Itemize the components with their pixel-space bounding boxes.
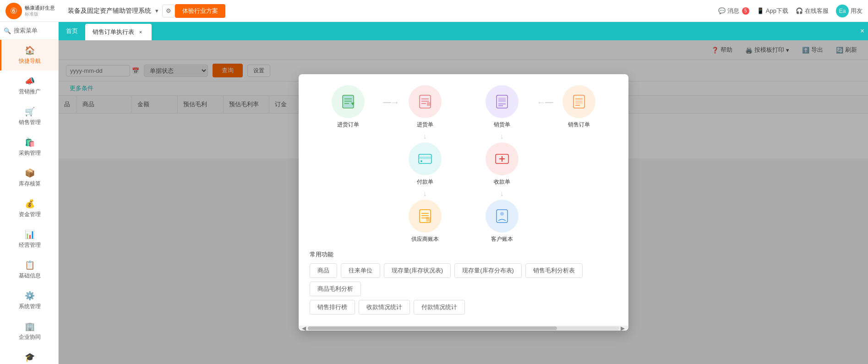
main-area: 🔍 搜索菜单 🏠 快捷导航 📣 营销推广 🛒 销售管理 🛍️ 采购管理 📦	[0, 22, 868, 364]
newbie-icon: 🎓	[25, 352, 35, 362]
down-arrow-4: ↓	[464, 190, 540, 198]
func-btn-goods-profit[interactable]: 商品毛利分析	[310, 282, 361, 296]
operations-icon: 📊	[25, 229, 35, 239]
func-btn-receipt-stats[interactable]: 收款情况统计	[359, 300, 410, 315]
supplier-account-label: 供应商账本	[411, 235, 439, 243]
purchase-icon: 🛍️	[25, 137, 35, 147]
search-icon: 🔍	[4, 27, 11, 34]
finance-icon: 💰	[25, 199, 35, 209]
tab-close-icon[interactable]: ×	[137, 28, 144, 36]
top-bar-right: 💬 消息 5 📱 App下载 🎧 在线客服 Ea 用友	[718, 5, 863, 17]
avatar: Ea	[836, 5, 849, 17]
payment-bill-label: 付款单	[417, 178, 433, 186]
func-btn-goods[interactable]: 商品	[310, 263, 337, 278]
app-download-button[interactable]: 📱 App下载	[757, 7, 788, 15]
online-service-button[interactable]: 🎧 在线客服	[796, 7, 829, 15]
flow-node-sales-order[interactable]: 销售订单	[540, 85, 617, 129]
func-btn-sales-profit[interactable]: 销售毛利分析表	[525, 263, 583, 278]
flow-arrows-down-2: ↓ ↓	[310, 190, 617, 198]
sidebar-item-inventory[interactable]: 📦 库存核算	[0, 163, 58, 193]
svg-rect-5	[420, 95, 431, 108]
system-title: 装备及固定资产辅助管理系统	[68, 7, 151, 15]
page-content: ❓ 帮助 🖨️ 按模板打印 ▾ ⬆️ 导出 �	[59, 40, 868, 364]
customer-account-label: 客户账本	[491, 235, 513, 243]
dropdown-icon[interactable]: ▾	[151, 5, 162, 16]
svg-point-20	[420, 160, 422, 162]
func-buttons-row1: 商品 往来单位 现存量(库存状况表) 现存量(库存分布表) 销售毛利分析表 商品…	[310, 263, 617, 296]
sales-icon: 🛒	[25, 107, 35, 117]
flow-node-sales-bill[interactable]: 销货单	[464, 85, 540, 129]
flow-node-customer-account[interactable]: 客户账本	[464, 200, 540, 243]
logo-area: ⑥ 畅康通好生意 标准版	[5, 3, 64, 19]
sales-order-circle	[562, 85, 595, 118]
top-bar: ⑥ 畅康通好生意 标准版 装备及固定资产辅助管理系统 ▾ ⚙ 体验行业方案 💬 …	[0, 0, 868, 22]
inventory-icon: 📦	[25, 168, 35, 178]
customer-account-circle	[486, 200, 519, 233]
flow-node-receipt-bill[interactable]: 收款单	[464, 142, 540, 186]
scrollbar-thumb[interactable]	[308, 326, 557, 330]
flow-node-payment-bill[interactable]: 付款单	[387, 142, 464, 186]
receipt-bill-label: 收款单	[494, 178, 510, 186]
flow-node-purchase-bill[interactable]: 进货单	[387, 85, 464, 129]
tab-bar-close-icon[interactable]: ×	[860, 27, 864, 35]
sidebar-item-quick-guide[interactable]: 🏠 快捷导航	[0, 40, 58, 71]
tab-sales-order[interactable]: 销售订单执行表 ×	[85, 24, 152, 40]
down-arrow-3: ↓	[387, 190, 464, 198]
scrollbar-left-arrow[interactable]: ◀	[300, 325, 308, 331]
content-area: 首页 销售订单执行表 × × ❓ 帮助	[59, 22, 868, 364]
flow-row-1: 付款单 收款单	[310, 142, 617, 186]
tab-home[interactable]: 首页	[59, 22, 85, 40]
func-btn-partners[interactable]: 往来单位	[341, 263, 380, 278]
message-icon: 💬	[718, 7, 726, 14]
sidebar-item-basic-info[interactable]: 📋 基础信息	[0, 255, 58, 285]
sidebar-item-enterprise[interactable]: 🏢 企业协同	[0, 316, 58, 347]
svg-rect-11	[498, 98, 506, 102]
sidebar-item-newbie[interactable]: 🎓 新手引导	[0, 347, 58, 364]
down-arrow-2: ↓	[464, 132, 540, 141]
func-btn-stock-status[interactable]: 现存量(库存状况表)	[384, 263, 451, 278]
flow-node-supplier-account[interactable]: 供应商账本	[387, 200, 464, 243]
flow-node-purchase-order[interactable]: 进货订单	[310, 85, 387, 129]
func-btn-stock-dist[interactable]: 现存量(库存分布表)	[454, 263, 522, 278]
scrollbar-track	[308, 326, 619, 330]
message-button[interactable]: 💬 消息 5	[718, 7, 749, 15]
tab-bar: 首页 销售订单执行表 × ×	[59, 22, 868, 40]
sales-order-label: 销售订单	[568, 121, 590, 129]
svg-rect-0	[343, 95, 354, 108]
common-functions: 常用功能 商品 往来单位 现存量(库存状况表) 现存量(库存分布表) 销售毛利分…	[310, 250, 617, 315]
sys-icon: ⚙️	[25, 291, 35, 301]
svg-rect-29	[497, 210, 508, 223]
sidebar-item-purchase[interactable]: 🛍️ 采购管理	[0, 132, 58, 163]
modal-scrollbar: ◀ ▶	[299, 326, 628, 331]
trial-button[interactable]: 体验行业方案	[175, 4, 225, 18]
app-container: ⑥ 畅康通好生意 标准版 装备及固定资产辅助管理系统 ▾ ⚙ 体验行业方案 💬 …	[0, 0, 868, 364]
func-btn-payment-stats[interactable]: 付款情况统计	[414, 300, 465, 315]
receipt-bill-circle	[486, 142, 519, 175]
sidebar-item-marketing[interactable]: 📣 营销推广	[0, 71, 58, 101]
func-btn-sales-rank[interactable]: 销售排行榜	[310, 300, 355, 315]
sidebar-item-sales[interactable]: 🛒 销售管理	[0, 101, 58, 132]
marketing-icon: 📣	[25, 76, 35, 86]
svg-rect-16	[575, 100, 583, 104]
arrow-0-1: - - - - →	[383, 97, 398, 108]
modal-content: 进货订单 - - - - →	[299, 74, 628, 326]
svg-rect-9	[427, 102, 431, 106]
sidebar-item-operations[interactable]: 📊 经营管理	[0, 224, 58, 255]
scrollbar-right-arrow[interactable]: ▶	[619, 325, 627, 331]
svg-rect-19	[419, 157, 431, 159]
sales-bill-label: 销货单	[494, 121, 510, 129]
purchase-bill-circle	[409, 85, 442, 118]
sidebar-item-finance[interactable]: 💰 资金管理	[0, 193, 58, 224]
service-icon: 🎧	[796, 7, 803, 14]
func-buttons-row2: 销售排行榜 收款情况统计 付款情况统计	[310, 300, 617, 315]
sidebar-item-sys-manage[interactable]: ⚙️ 系统管理	[0, 285, 58, 316]
settings-icon[interactable]: ⚙	[162, 5, 175, 17]
download-icon: 📱	[757, 7, 764, 14]
logo-icon: ⑥	[5, 3, 22, 19]
purchase-order-label: 进货订单	[337, 121, 359, 129]
user-menu[interactable]: Ea 用友	[836, 5, 863, 17]
sidebar: 🔍 搜索菜单 🏠 快捷导航 📣 营销推广 🛒 销售管理 🛍️ 采购管理 📦	[0, 22, 59, 364]
common-functions-title: 常用功能	[310, 250, 617, 259]
sidebar-search[interactable]: 🔍 搜索菜单	[0, 22, 58, 40]
modal-overlay[interactable]: 进货订单 - - - - →	[59, 40, 868, 364]
